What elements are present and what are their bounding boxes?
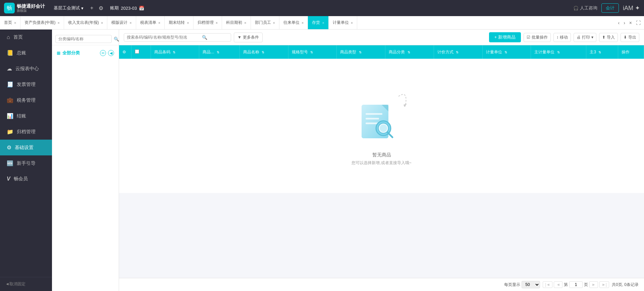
tab-contacts-close[interactable]: × xyxy=(302,21,304,25)
sidebar-item-ledger[interactable]: 📒 总账 xyxy=(0,45,52,61)
sidebar-item-archive[interactable]: 📁 归档管理 xyxy=(0,124,52,140)
calendar-icon[interactable]: 📅 xyxy=(139,6,144,11)
export-label: 导出 xyxy=(628,35,636,40)
col-action: 操作 xyxy=(618,45,644,59)
home-icon: ⌂ xyxy=(7,34,10,40)
add-product-button[interactable]: + 新增商品 xyxy=(489,32,521,42)
tab-archive[interactable]: 归档管理 × xyxy=(194,16,222,30)
sidebar-item-guide[interactable]: 🆕 新手引导 xyxy=(0,155,52,171)
tab-subject[interactable]: 科目期初 × xyxy=(222,16,251,30)
collapse-panel-button[interactable]: ◀ xyxy=(108,50,114,56)
company-selector[interactable]: 基层工会测试 ▾ xyxy=(54,5,84,11)
period-label: 账期 xyxy=(110,5,119,11)
unpin-label: ◄取消固定 xyxy=(5,281,25,287)
tab-contacts[interactable]: 往来单位 × xyxy=(279,16,308,30)
category-search-input[interactable] xyxy=(55,35,112,43)
tab-inventory[interactable]: 存货 × xyxy=(308,16,328,30)
col-settings[interactable]: ⚙ xyxy=(119,45,131,59)
tab-unit[interactable]: 计量单位 × xyxy=(329,16,357,30)
col-pricing[interactable]: 计价方式 ⇅ xyxy=(434,45,482,59)
tab-inventory-label: 存货 xyxy=(312,20,320,26)
tab-prev-button[interactable]: ‹ xyxy=(616,19,621,26)
tab-template-close[interactable]: × xyxy=(129,21,131,25)
guide-icon: 🆕 xyxy=(7,160,13,166)
ledger-icon: 📒 xyxy=(7,50,13,56)
tab-home[interactable]: 首页 × xyxy=(0,16,20,30)
service-button[interactable]: 🎧 人工咨询 xyxy=(573,5,597,11)
category-search-icon[interactable]: 🔍 xyxy=(114,37,119,42)
tab-income-close[interactable]: × xyxy=(101,21,103,25)
page-prev-button[interactable]: ◄ xyxy=(554,281,562,288)
tab-inventory-close[interactable]: × xyxy=(322,21,324,25)
sidebar-item-home[interactable]: ⌂ 首页 xyxy=(0,30,52,45)
tab-archive-close[interactable]: × xyxy=(216,21,218,25)
add-tab-button[interactable]: + xyxy=(89,4,95,12)
col-mainunit[interactable]: 主计量单位 ⇅ xyxy=(531,45,586,59)
tab-income[interactable]: 收入支出表(年报) × xyxy=(64,16,107,30)
account-button[interactable]: 会计 xyxy=(601,3,619,13)
page-size-select[interactable]: 20 50 100 xyxy=(522,281,540,288)
page-last-button[interactable]: ►| xyxy=(599,281,609,288)
col-name[interactable]: 商品名称 ⇅ xyxy=(240,45,288,59)
filter-icon: ▼ xyxy=(237,35,241,40)
col-checkbox[interactable] xyxy=(131,45,151,59)
tab-dept[interactable]: 部门员工 × xyxy=(251,16,279,30)
col-code[interactable]: 商品... ⇅ xyxy=(199,45,240,59)
tab-home-close[interactable]: × xyxy=(14,21,16,25)
tab-expand-button[interactable]: ⛶ xyxy=(635,19,642,26)
export-action-button[interactable]: ⬇ 导出 xyxy=(621,33,639,42)
settings-button[interactable]: ⚙ xyxy=(97,4,105,13)
tab-next-button[interactable]: › xyxy=(622,19,627,26)
tab-dept-close[interactable]: × xyxy=(273,21,275,25)
batch-action-button[interactable]: ☑ 批量操作 xyxy=(524,33,551,42)
col-unit[interactable]: 计量单位 ⇅ xyxy=(482,45,531,59)
sidebar-item-settings[interactable]: ⚙ 基础设置 xyxy=(0,140,52,155)
edit-category-button[interactable]: ✏ xyxy=(100,50,106,56)
tab-period[interactable]: 期末结转 × xyxy=(165,16,193,30)
tab-close-all-button[interactable]: × xyxy=(628,19,633,26)
page-number-input[interactable] xyxy=(569,281,583,288)
page-suffix: 页 xyxy=(584,282,588,288)
table-scroll-area[interactable]: ⚙ 商品条码 ⇅ 商品... ⇅ 商品名称 ⇅ 规格型号 ⇅ 商品类型 ⇅ 商品… xyxy=(119,45,644,278)
app-title: 畅捷通好会计 xyxy=(17,3,45,9)
tab-unit-close[interactable]: × xyxy=(351,21,353,25)
tax-icon: 💼 xyxy=(7,97,13,103)
col-extra[interactable]: 主3 ⇅ xyxy=(586,45,618,59)
tab-balance-close[interactable]: × xyxy=(57,21,59,25)
tab-template[interactable]: 模版设计 × xyxy=(107,16,136,30)
tab-subject-close[interactable]: × xyxy=(244,21,246,25)
col-barcode[interactable]: 商品条码 ⇅ xyxy=(151,45,199,59)
tab-taxlist[interactable]: 税表清单 × xyxy=(136,16,165,30)
product-search-icon[interactable]: 🔍 xyxy=(202,35,207,40)
product-table: ⚙ 商品条码 ⇅ 商品... ⇅ 商品名称 ⇅ 规格型号 ⇅ 商品类型 ⇅ 商品… xyxy=(119,45,644,59)
page-first-button[interactable]: |◄ xyxy=(543,281,552,288)
page-next-button[interactable]: ► xyxy=(589,281,598,288)
settings-icon: ⚙ xyxy=(7,144,11,151)
print-dropdown-icon: ▾ xyxy=(591,35,593,40)
tab-balance[interactable]: 资产负债表(中期) × xyxy=(20,16,64,30)
tab-period-close[interactable]: × xyxy=(187,21,189,25)
col-category[interactable]: 商品分类 ⇅ xyxy=(385,45,434,59)
sidebar-item-settle[interactable]: 📊 结账 xyxy=(0,108,52,124)
filter-button[interactable]: ▼ 更多条件 xyxy=(234,33,263,42)
product-search-input[interactable] xyxy=(127,35,201,40)
col-type[interactable]: 商品类型 ⇅ xyxy=(337,45,385,59)
import-action-button[interactable]: ⬆ 导入 xyxy=(599,33,618,42)
tab-taxlist-close[interactable]: × xyxy=(158,21,160,25)
select-all-checkbox[interactable] xyxy=(135,49,139,54)
iamstar-label[interactable]: iAM ✦ xyxy=(623,4,640,12)
sidebar-item-tax[interactable]: 💼 税务管理 xyxy=(0,92,52,108)
move-action-button[interactable]: ↕ 移动 xyxy=(553,33,571,42)
tab-subject-label: 科目期初 xyxy=(226,20,242,26)
company-dropdown-icon: ▾ xyxy=(81,6,84,11)
col-spec[interactable]: 规格型号 ⇅ xyxy=(288,45,337,59)
logo-text: 畅捷通好会计 旗舰版 xyxy=(17,3,45,13)
category-item-all[interactable]: ⊞ 全部分类 ✏ ◀ xyxy=(52,47,119,59)
sidebar-item-member[interactable]: V 畅会员 xyxy=(0,171,52,187)
print-action-button[interactable]: 🖨 打印 ▾ xyxy=(574,33,596,42)
sidebar-item-guide-label: 新手引导 xyxy=(17,160,36,166)
sidebar-item-archive-label: 归档管理 xyxy=(17,129,36,135)
sidebar-item-report[interactable]: ☁ 云报表中心 xyxy=(0,61,52,77)
sidebar-item-invoice[interactable]: 🧾 发票管理 xyxy=(0,77,52,92)
unpin-button[interactable]: ◄取消固定 xyxy=(0,277,52,291)
